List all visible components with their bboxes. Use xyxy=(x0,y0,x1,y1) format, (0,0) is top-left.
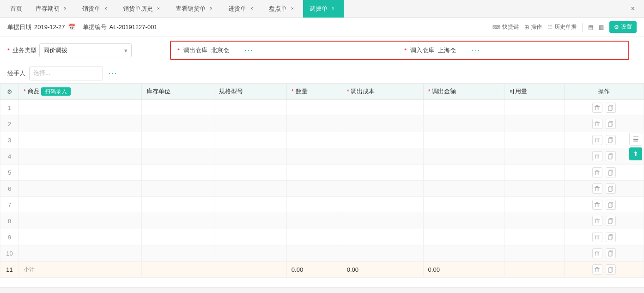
qty-cell-2[interactable] xyxy=(286,116,342,132)
cost-cell-1[interactable] xyxy=(342,100,423,116)
product-cell-3[interactable] xyxy=(19,132,142,148)
operation-button[interactable]: ⊞ 操作 xyxy=(524,23,542,31)
tab-transfer-order-close[interactable]: × xyxy=(329,5,337,12)
tab-inventory-init[interactable]: 库存期初 × xyxy=(29,0,76,18)
delete-row-2-icon[interactable] xyxy=(592,119,602,129)
tab-transfer-order[interactable]: 调拨单 × xyxy=(303,0,344,18)
spec-cell-6[interactable] xyxy=(214,181,286,197)
column-gear[interactable]: ⚙ xyxy=(0,84,19,100)
available-cell-4[interactable] xyxy=(504,148,564,165)
qty-cell-5[interactable] xyxy=(286,165,342,181)
window-close-button[interactable]: × xyxy=(626,0,640,18)
float-list-button[interactable]: ☰ xyxy=(629,133,642,146)
product-cell-10[interactable] xyxy=(19,245,142,262)
copy-row-3-icon[interactable] xyxy=(606,135,616,145)
amount-cell-6[interactable] xyxy=(423,181,504,197)
tab-home[interactable]: 首页 xyxy=(4,0,29,18)
amount-cell-8[interactable] xyxy=(423,213,504,229)
amount-cell-2[interactable] xyxy=(423,116,504,132)
qty-cell-3[interactable] xyxy=(286,132,342,148)
cost-cell-7[interactable] xyxy=(342,197,423,213)
spec-cell-2[interactable] xyxy=(214,116,286,132)
unit-cell-1[interactable] xyxy=(141,100,214,116)
cost-cell-2[interactable] xyxy=(342,116,423,132)
tab-purchase-order[interactable]: 进货单 × xyxy=(222,0,262,18)
qty-cell-7[interactable] xyxy=(286,197,342,213)
out-warehouse-more-icon[interactable]: ··· xyxy=(244,46,253,55)
footer-scrollbar[interactable] xyxy=(0,287,644,293)
amount-cell-3[interactable] xyxy=(423,132,504,148)
copy-row-4-icon[interactable] xyxy=(606,151,616,161)
scan-button[interactable]: 扫码录入 xyxy=(41,87,71,96)
spec-cell-3[interactable] xyxy=(214,132,286,148)
copy-row-9-icon[interactable] xyxy=(606,232,616,242)
delete-row-3-icon[interactable] xyxy=(592,135,602,145)
cost-cell-8[interactable] xyxy=(342,213,423,229)
tab-view-sales-close[interactable]: × xyxy=(207,5,215,12)
unit-cell-10[interactable] xyxy=(141,245,214,262)
settings-button[interactable]: ⚙ 设置 xyxy=(609,21,637,33)
available-cell-1[interactable] xyxy=(504,100,564,116)
biz-type-select[interactable]: 同价调拨 ▾ xyxy=(39,43,132,57)
unit-cell-8[interactable] xyxy=(141,213,214,229)
available-cell-9[interactable] xyxy=(504,229,564,245)
available-cell-2[interactable] xyxy=(504,116,564,132)
float-export-button[interactable]: ⬆ xyxy=(629,147,642,160)
available-cell-6[interactable] xyxy=(504,181,564,197)
history-button[interactable]: ☷ 历史单据 xyxy=(547,23,577,31)
qty-cell-8[interactable] xyxy=(286,213,342,229)
delete-row-8-icon[interactable] xyxy=(592,216,602,226)
copy-row-7-icon[interactable] xyxy=(606,200,616,210)
amount-cell-5[interactable] xyxy=(423,165,504,181)
delete-row-4-icon[interactable] xyxy=(592,151,602,161)
qty-cell-9[interactable] xyxy=(286,229,342,245)
tab-sales-order[interactable]: 销货单 × xyxy=(76,0,116,18)
subtotal-delete-icon[interactable] xyxy=(592,264,602,275)
copy-row-8-icon[interactable] xyxy=(606,216,616,226)
qty-cell-4[interactable] xyxy=(286,148,342,165)
product-cell-8[interactable] xyxy=(19,213,142,229)
unit-cell-2[interactable] xyxy=(141,116,214,132)
spec-cell-8[interactable] xyxy=(214,213,286,229)
layout1-button[interactable]: ▤ xyxy=(588,24,593,31)
unit-cell-4[interactable] xyxy=(141,148,214,165)
amount-cell-9[interactable] xyxy=(423,229,504,245)
spec-cell-10[interactable] xyxy=(214,245,286,262)
tab-sales-history-close[interactable]: × xyxy=(155,5,162,12)
product-cell-4[interactable] xyxy=(19,148,142,165)
delete-row-1-icon[interactable] xyxy=(592,103,602,113)
available-cell-7[interactable] xyxy=(504,197,564,213)
tab-sales-order-close[interactable]: × xyxy=(102,5,109,12)
cost-cell-5[interactable] xyxy=(342,165,423,181)
shortcut-key-button[interactable]: ⌨ 快捷键 xyxy=(492,23,519,31)
unit-cell-9[interactable] xyxy=(141,229,214,245)
product-cell-6[interactable] xyxy=(19,181,142,197)
unit-cell-5[interactable] xyxy=(141,165,214,181)
product-cell-7[interactable] xyxy=(19,197,142,213)
qty-cell-10[interactable] xyxy=(286,245,342,262)
available-cell-10[interactable] xyxy=(504,245,564,262)
unit-cell-6[interactable] xyxy=(141,181,214,197)
amount-cell-7[interactable] xyxy=(423,197,504,213)
copy-row-10-icon[interactable] xyxy=(606,248,616,258)
tab-inventory-init-close[interactable]: × xyxy=(61,5,69,12)
amount-cell-10[interactable] xyxy=(423,245,504,262)
product-cell-5[interactable] xyxy=(19,165,142,181)
product-cell-1[interactable] xyxy=(19,100,142,116)
unit-cell-7[interactable] xyxy=(141,197,214,213)
unit-cell-3[interactable] xyxy=(141,132,214,148)
cost-cell-3[interactable] xyxy=(342,132,423,148)
copy-row-6-icon[interactable] xyxy=(606,183,616,194)
copy-row-2-icon[interactable] xyxy=(606,119,616,129)
tab-purchase-order-close[interactable]: × xyxy=(248,5,255,12)
cost-cell-9[interactable] xyxy=(342,229,423,245)
qty-cell-6[interactable] xyxy=(286,181,342,197)
layout2-button[interactable]: ▥ xyxy=(599,24,604,31)
spec-cell-4[interactable] xyxy=(214,148,286,165)
cost-cell-6[interactable] xyxy=(342,181,423,197)
copy-row-5-icon[interactable] xyxy=(606,167,616,177)
delete-row-5-icon[interactable] xyxy=(592,167,602,177)
amount-cell-1[interactable] xyxy=(423,100,504,116)
product-cell-2[interactable] xyxy=(19,116,142,132)
subtotal-copy-icon[interactable] xyxy=(606,264,616,275)
